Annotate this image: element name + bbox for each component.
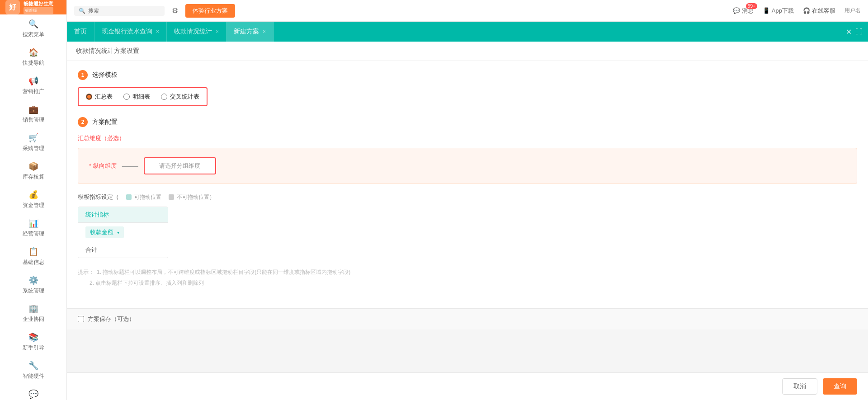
radio-summary[interactable]: 汇总表 bbox=[86, 93, 113, 101]
query-button[interactable]: 查询 bbox=[823, 378, 857, 395]
sidebar-item-system[interactable]: ⚙️ 系统管理 bbox=[0, 271, 66, 299]
home-icon: 🏠 bbox=[28, 47, 38, 57]
dimension-area: * 纵向维度 —— 请选择分组维度 bbox=[78, 148, 857, 184]
tip-2: 2. 点击标题栏下拉可设置排序、插入列和删除列 bbox=[78, 278, 857, 288]
sidebar: 好 畅捷通好生意 标准版 🔍 搜索菜单 🏠 快捷导航 📢 营销推广 💼 销售管理… bbox=[0, 0, 67, 400]
radio-cross-input[interactable] bbox=[161, 94, 167, 100]
user-display[interactable]: 用户名 bbox=[844, 7, 861, 14]
search-icon: 🔍 bbox=[79, 8, 85, 14]
sidebar-item-search[interactable]: 🔍 搜索菜单 bbox=[0, 14, 66, 43]
app-icon: 📱 bbox=[763, 7, 770, 14]
notification-button[interactable]: 💬 消息 99+ bbox=[733, 7, 754, 15]
step1-header: 1 选择模板 bbox=[78, 70, 857, 80]
tab-collection-stats[interactable]: 收款情况统计 × bbox=[167, 22, 226, 42]
settings-icon[interactable]: ⚙ bbox=[172, 6, 178, 15]
radio-cross[interactable]: 交叉统计表 bbox=[161, 93, 199, 101]
marketing-icon: 📢 bbox=[28, 76, 38, 86]
metrics-legend: 可拖动位置 不可拖动位置） bbox=[126, 193, 215, 201]
main: 🔍 ⚙ 体验行业方案 💬 消息 99+ 📱 App下载 🎧 在线客服 用户名 bbox=[67, 0, 868, 400]
sales-icon: 💼 bbox=[28, 104, 38, 114]
notification-icon: 💬 bbox=[733, 7, 740, 14]
enterprise-icon: 🏢 bbox=[28, 304, 38, 314]
step2-label: 方案配置 bbox=[92, 118, 118, 126]
save-option-bar: 方案保存（可选） bbox=[67, 308, 868, 329]
metrics-row-2: 合计 bbox=[78, 242, 168, 258]
service-icon: 🎧 bbox=[803, 7, 810, 14]
search-input[interactable] bbox=[88, 8, 151, 14]
tab-new-plan[interactable]: 新建方案 × bbox=[226, 22, 274, 42]
sidebar-item-hardware[interactable]: 🔧 智能硬件 bbox=[0, 356, 66, 385]
tabbar: 首页 现金银行流水查询 × 收款情况统计 × 新建方案 × ✕ ⛶ bbox=[67, 22, 868, 42]
step1-number: 1 bbox=[78, 70, 88, 80]
legend-movable-dot bbox=[126, 194, 132, 200]
topbar-right: 💬 消息 99+ 📱 App下载 🎧 在线客服 用户名 bbox=[733, 7, 861, 15]
content-area: 收款情况统计方案设置 1 选择模板 汇总表 bbox=[67, 42, 868, 372]
trial-button[interactable]: 体验行业方案 bbox=[185, 4, 235, 18]
sidebar-item-guide[interactable]: 📚 新手引导 bbox=[0, 328, 66, 356]
step2-header: 2 方案配置 bbox=[78, 117, 857, 127]
save-option-label[interactable]: 方案保存（可选） bbox=[88, 315, 135, 323]
step1-label: 选择模板 bbox=[92, 71, 118, 79]
sidebar-item-inventory[interactable]: 📦 库存核算 bbox=[0, 157, 66, 185]
search-icon: 🔍 bbox=[28, 19, 38, 29]
tips-section: 提示： 1. 拖动标题栏可以调整布局，不可跨维度或指标区域拖动栏目字段(只能在同… bbox=[78, 267, 857, 288]
purchase-icon: 🛒 bbox=[28, 133, 38, 143]
metrics-tag-amount[interactable]: 收款金额 ▾ bbox=[85, 226, 124, 238]
online-service-button[interactable]: 🎧 在线客服 bbox=[803, 7, 835, 15]
radio-detail[interactable]: 明细表 bbox=[123, 93, 150, 101]
footer-actions: 取消 查询 bbox=[67, 372, 868, 400]
dimension-row: * 纵向维度 —— 请选择分组维度 bbox=[89, 157, 216, 174]
app-download-button[interactable]: 📱 App下载 bbox=[763, 7, 794, 15]
sidebar-item-sales[interactable]: 💼 销售管理 bbox=[0, 100, 66, 128]
tab-close-bank-flow[interactable]: × bbox=[156, 28, 159, 35]
hardware-icon: 🔧 bbox=[28, 361, 38, 371]
metrics-table-header: 统计指标 bbox=[78, 207, 168, 223]
sidebar-item-purchase[interactable]: 🛒 采购管理 bbox=[0, 128, 66, 157]
page-header: 收款情况统计方案设置 bbox=[67, 42, 868, 61]
form-container: 1 选择模板 汇总表 明细表 bbox=[67, 61, 868, 308]
tab-close-new-plan[interactable]: × bbox=[263, 28, 266, 35]
tip-label: 提示： bbox=[78, 267, 94, 278]
basics-icon: 📋 bbox=[28, 247, 38, 257]
tabbar-actions: ✕ ⛶ bbox=[840, 22, 868, 42]
page-title: 收款情况统计方案设置 bbox=[76, 47, 139, 54]
logo-icon: 好 bbox=[5, 0, 20, 14]
sidebar-item-management[interactable]: 📊 经营管理 bbox=[0, 214, 66, 242]
wechat-icon: 💬 bbox=[28, 389, 38, 399]
dimension-arrow: —— bbox=[122, 161, 138, 171]
tab-home[interactable]: 首页 bbox=[67, 22, 94, 42]
tab-bank-flow[interactable]: 现金银行流水查询 × bbox=[94, 22, 167, 42]
inventory-icon: 📦 bbox=[28, 161, 38, 171]
guide-icon: 📚 bbox=[28, 332, 38, 342]
save-checkbox[interactable] bbox=[78, 316, 84, 322]
template-radio-group: 汇总表 明细表 交叉统计表 bbox=[86, 93, 199, 101]
dimension-select-button[interactable]: 请选择分组维度 bbox=[144, 157, 216, 174]
cancel-button[interactable]: 取消 bbox=[782, 378, 817, 395]
logo-text: 畅捷通好生意 标准版 bbox=[24, 0, 53, 14]
tab-close-collection[interactable]: × bbox=[216, 28, 219, 35]
topbar: 🔍 ⚙ 体验行业方案 💬 消息 99+ 📱 App下载 🎧 在线客服 用户名 bbox=[67, 0, 868, 22]
tip-1: 提示： 1. 拖动标题栏可以调整布局，不可跨维度或指标区域拖动栏目字段(只能在同… bbox=[78, 267, 857, 278]
radio-summary-input[interactable] bbox=[86, 94, 92, 100]
sidebar-item-finance[interactable]: 💰 资金管理 bbox=[0, 185, 66, 214]
step1-section: 1 选择模板 汇总表 明细表 bbox=[78, 70, 857, 106]
sidebar-logo: 好 畅捷通好生意 标准版 bbox=[0, 0, 66, 14]
sidebar-item-basics[interactable]: 📋 基础信息 bbox=[0, 242, 66, 271]
tab-expand-icon[interactable]: ⛶ bbox=[855, 28, 863, 36]
dropdown-arrow-amount[interactable]: ▾ bbox=[117, 230, 119, 235]
system-icon: ⚙️ bbox=[28, 275, 38, 285]
sidebar-item-wechat[interactable]: 💬 企业微信 bbox=[0, 385, 66, 400]
dimension-section-label: 汇总维度（必选） bbox=[78, 134, 857, 142]
legend-movable: 可拖动位置 bbox=[126, 193, 161, 201]
metrics-table: 统计指标 收款金额 ▾ 合计 bbox=[78, 207, 168, 258]
sidebar-item-home[interactable]: 🏠 快捷导航 bbox=[0, 43, 66, 71]
sidebar-item-enterprise[interactable]: 🏢 企业协同 bbox=[0, 299, 66, 328]
template-select-box: 汇总表 明细表 交叉统计表 bbox=[78, 87, 208, 106]
topbar-search-box[interactable]: 🔍 bbox=[74, 6, 165, 16]
tab-close-all-icon[interactable]: ✕ bbox=[846, 28, 852, 36]
step2-section: 2 方案配置 汇总维度（必选） * 纵向维度 —— 请选择分组维度 bbox=[78, 117, 857, 288]
legend-fixed: 不可拖动位置） bbox=[169, 193, 215, 201]
sidebar-item-marketing[interactable]: 📢 营销推广 bbox=[0, 71, 66, 100]
management-icon: 📊 bbox=[28, 218, 38, 228]
radio-detail-input[interactable] bbox=[123, 94, 130, 100]
